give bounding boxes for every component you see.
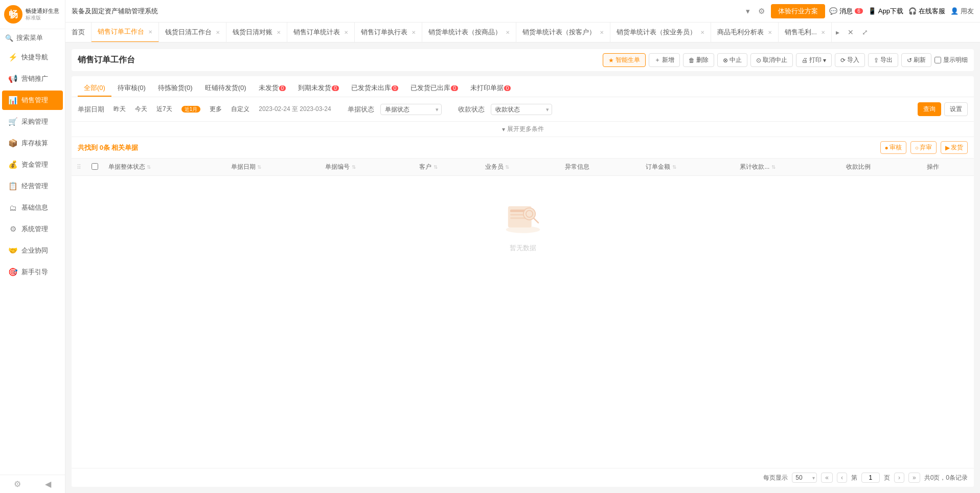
search-menu[interactable]: 🔍 搜索菜单 — [0, 29, 65, 47]
date-opt-7days[interactable]: 近7天 — [153, 104, 175, 115]
query-btn[interactable]: 查询 — [918, 102, 941, 116]
cancel-suspend-btn[interactable]: ⊙ 取消中止 — [750, 53, 793, 67]
settings-icon[interactable]: ⚙ — [758, 7, 765, 16]
user-menu[interactable]: 👤 用友 — [950, 7, 974, 16]
filter-tab-expired-not-shipped[interactable]: 到期未发货0 — [292, 80, 345, 97]
suspend-btn[interactable]: ⊗ 中止 — [717, 53, 747, 67]
tab-sales-exec[interactable]: 销售订单执行表 ✕ — [355, 23, 422, 42]
cancel-review-btn[interactable]: ○ 弃审 — [910, 141, 937, 154]
tab-close-icon[interactable]: ✕ — [344, 30, 348, 35]
tab-more-btn[interactable]: ▸ — [832, 28, 844, 36]
tab-close-icon[interactable]: ✕ — [821, 30, 825, 35]
tab-close-all-btn[interactable]: ✕ — [844, 28, 858, 36]
filter-tab-not-printed[interactable]: 未打印单据0 — [464, 80, 517, 97]
refresh-icon: ↺ — [907, 57, 912, 64]
tab-sales-customer[interactable]: 销货单统计表（按客户） ✕ — [516, 23, 610, 42]
sidebar-item-guide[interactable]: 🎯 新手引导 — [2, 262, 63, 282]
message-btn[interactable]: 💬 消息 6 — [829, 7, 863, 16]
sort-date[interactable]: 单据日期 ⇅ — [231, 163, 261, 170]
tab-sales-staff[interactable]: 销货单统计表（按业务员） ✕ — [610, 23, 711, 42]
sidebar-item-inventory[interactable]: 📦 库存核算 — [2, 133, 63, 153]
sidebar-item-sales[interactable]: 📊 销售管理 — [2, 91, 63, 110]
show-detail-checkbox[interactable]: 显示明细 — [935, 56, 968, 64]
tab-close-icon[interactable]: ✕ — [148, 29, 152, 35]
filter-tab-shipped-not-warehoused[interactable]: 已发货未出库0 — [345, 80, 405, 97]
delete-btn[interactable]: 🗑 删除 — [683, 53, 714, 67]
review-btn[interactable]: ● 审核 — [880, 141, 906, 154]
filter-tab-not-shipped[interactable]: 未发货0 — [253, 80, 292, 97]
date-opt-today[interactable]: 今天 — [132, 104, 150, 115]
tab-close-icon[interactable]: ✕ — [700, 30, 704, 35]
filter-tab-pending-review[interactable]: 待审核(0) — [111, 80, 152, 97]
tab-close-icon[interactable]: ✕ — [277, 30, 281, 35]
export-btn[interactable]: ⇪ 导出 — [868, 53, 898, 67]
tab-home[interactable]: 首页 — [65, 23, 92, 42]
star-icon: ★ — [608, 57, 614, 64]
sidebar-item-operation[interactable]: 📋 经营管理 — [2, 176, 63, 196]
expand-btn[interactable]: ▾ 展开更多条件 — [502, 125, 544, 133]
import-btn-label: 导入 — [847, 56, 859, 64]
tab-cash-daily[interactable]: 钱货日清工作台 ✕ — [159, 23, 226, 42]
sidebar-item-quick-nav[interactable]: ⚡ 快捷导航 — [2, 48, 63, 67]
page-input[interactable] — [861, 473, 880, 483]
sort-amount[interactable]: 订单金额 ⇅ — [646, 163, 676, 170]
sidebar-item-system[interactable]: ⚙ 系统管理 — [2, 219, 63, 239]
table-scroll-area[interactable]: ⠿ 单据整体状态 ⇅ 单据日期 ⇅ 单据编号 ⇅ — [72, 159, 974, 468]
date-opt-1month[interactable]: 近1月 — [178, 104, 204, 114]
sidebar-item-purchase[interactable]: 🛒 采购管理 — [2, 112, 63, 131]
per-page-select[interactable]: 50 10 20 100 — [792, 473, 817, 483]
date-opt-more[interactable]: 更多 — [207, 104, 225, 115]
settings-bottom-icon[interactable]: ⚙ — [14, 479, 21, 489]
industry-btn[interactable]: 体验行业方案 — [771, 4, 825, 18]
tab-close-icon[interactable]: ✕ — [506, 30, 510, 35]
payment-select[interactable]: 收款状态 — [491, 104, 552, 115]
tab-close-icon[interactable]: ✕ — [412, 30, 416, 35]
collapse-sidebar-icon[interactable]: ◀ — [45, 479, 51, 489]
next-page-btn[interactable]: › — [894, 473, 904, 483]
sort-number[interactable]: 单据编号 ⇅ — [325, 163, 355, 170]
smart-btn[interactable]: ★ 智能生单 — [603, 53, 646, 67]
tab-close-icon[interactable]: ✕ — [768, 30, 772, 35]
ship-btn[interactable]: ▶ 发货 — [941, 141, 968, 154]
filter-tab-wangpu[interactable]: 旺铺待发货(0) — [199, 80, 253, 97]
tab-cash-reconcile[interactable]: 钱货日清对账 ✕ — [226, 23, 287, 42]
tab-sales-stat[interactable]: 销售订单统计表 ✕ — [287, 23, 355, 42]
tab-gross-profit[interactable]: 商品毛利分析表 ✕ — [711, 23, 779, 42]
filter-tab-shipped-warehoused[interactable]: 已发货已出库0 — [404, 80, 464, 97]
tab-sales-workbench[interactable]: 销售订单工作台 ✕ — [92, 23, 159, 42]
select-all-checkbox[interactable] — [92, 163, 98, 170]
refresh-btn[interactable]: ↺ 刷新 — [901, 53, 931, 67]
tab-maximize-btn[interactable]: ⤢ — [858, 28, 872, 36]
import-btn[interactable]: ⟳ 导入 — [835, 53, 865, 67]
settings-btn[interactable]: 设置 — [944, 102, 968, 116]
print-btn[interactable]: 🖨 打印 ▾ — [796, 53, 832, 67]
sidebar-item-cooperation[interactable]: 🤝 企业协同 — [2, 241, 63, 260]
tab-close-icon[interactable]: ✕ — [216, 30, 220, 35]
date-range: 2023-02-24 至 2023-03-24 — [259, 105, 331, 114]
status-select[interactable]: 单据状态 — [380, 104, 442, 115]
sort-status[interactable]: 单据整体状态 ⇅ — [108, 163, 151, 170]
sort-customer[interactable]: 客户 ⇅ — [419, 163, 437, 170]
app-download-btn[interactable]: 📱 App下载 — [868, 7, 903, 16]
tab-sales-product[interactable]: 销货单统计表（按商品） ✕ — [422, 23, 516, 42]
sidebar-item-finance[interactable]: 💰 资金管理 — [2, 155, 63, 174]
sort-staff[interactable]: 业务员 ⇅ — [485, 163, 509, 170]
date-opt-yesterday[interactable]: 昨天 — [110, 104, 129, 115]
filter-tab-pending-check[interactable]: 待拣验货(0) — [152, 80, 199, 97]
dropdown-icon[interactable]: ▾ — [746, 7, 750, 16]
last-page-btn[interactable]: » — [908, 473, 920, 483]
filter-tab-all[interactable]: 全部(0) — [78, 80, 111, 97]
sidebar-item-basic-info[interactable]: 🗂 基础信息 — [2, 198, 63, 217]
prev-page-btn[interactable]: ‹ — [837, 473, 847, 483]
show-detail-input[interactable] — [935, 57, 941, 63]
sidebar-item-marketing[interactable]: 📢 营销推广 — [2, 69, 63, 88]
tab-sales-more[interactable]: 销售毛利... ✕ — [779, 23, 832, 42]
add-btn[interactable]: ＋ 新增 — [649, 53, 680, 67]
tab-close-icon[interactable]: ✕ — [600, 30, 604, 35]
date-opt-custom[interactable]: 自定义 — [228, 104, 253, 115]
sort-received[interactable]: 累计收款... ⇅ — [740, 163, 775, 170]
first-page-btn[interactable]: « — [821, 473, 833, 483]
th-customer: 客户 ⇅ — [414, 159, 480, 176]
online-service-btn[interactable]: 🎧 在线客服 — [908, 7, 945, 16]
page-actions: ★ 智能生单 ＋ 新增 🗑 删除 ⊗ 中止 ⊙ 取消中止 — [603, 53, 968, 67]
